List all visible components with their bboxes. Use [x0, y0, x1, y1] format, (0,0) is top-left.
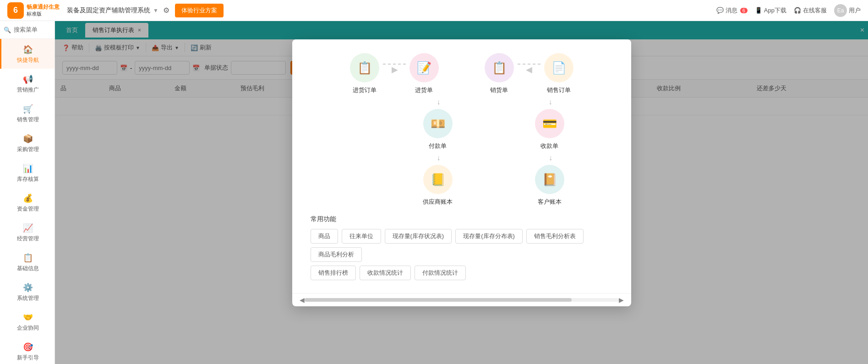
purchase-icon: 📦 [23, 134, 33, 144]
sidebar-item-marketing[interactable]: 📢 营销推广 [0, 69, 55, 98]
logo-icon: 6 [7, 2, 24, 19]
scroll-right-icon[interactable]: ▶ [619, 296, 624, 304]
search-icon: 🔍 [4, 27, 11, 33]
beginner-icon: 🎯 [23, 342, 33, 352]
sales-bill-icon: 📋 [485, 53, 514, 82]
settings-icon[interactable]: ⚙ [163, 6, 169, 15]
user-item[interactable]: Ea 用户 [834, 4, 861, 17]
finance-icon: 💰 [23, 193, 33, 203]
payment-label: 付款单 [429, 142, 447, 150]
enterprise-icon: 🤝 [23, 312, 33, 322]
sidebar-label: 经营管理 [17, 235, 39, 243]
dropdown-arrow-icon[interactable]: ▼ [153, 7, 158, 14]
payment-icon: 💴 [423, 109, 453, 138]
sidebar-label: 新手引导 [17, 354, 39, 362]
sidebar-item-beginner[interactable]: 🎯 新手引导 [0, 337, 55, 364]
sidebar-item-sales[interactable]: 🛒 销售管理 [0, 98, 55, 128]
purchase-bill-icon: 📝 [409, 53, 439, 82]
modal-scrollbar: ◀ ▶ [292, 293, 631, 306]
btn-stock-dist[interactable]: 现存量(库存分布表) [455, 229, 523, 244]
flow-node-receipt[interactable]: 💳 收款单 [535, 109, 564, 150]
sidebar-label: 采购管理 [17, 146, 39, 153]
purchase-order-label: 进货订单 [353, 86, 377, 94]
btn-sales-margin[interactable]: 销售毛利分析表 [526, 229, 584, 244]
sidebar-item-inventory[interactable]: 📊 库存核算 [0, 158, 55, 188]
customer-ledger-label: 客户账本 [538, 198, 562, 206]
top-bar-right: 💬 消息 6 📱 App下载 🎧 在线客服 Ea 用户 [716, 4, 861, 17]
flow-node-customer-ledger[interactable]: 📔 客户账本 [535, 165, 564, 206]
avatar: Ea [834, 4, 847, 17]
sidebar-label: 资金管理 [17, 205, 39, 213]
modal-content: 📋 进货订单 ▶ 📝 进货单 [292, 39, 631, 293]
sidebar-item-quick-nav[interactable]: 🏠 快捷导航 [0, 39, 55, 69]
sidebar-label: 营销推广 [17, 86, 39, 94]
main-area: 🔍 搜索菜单 🏠 快捷导航 📢 营销推广 🛒 销售管理 📦 采购管理 📊 [0, 21, 868, 364]
marketing-icon: 📢 [23, 74, 33, 84]
message-item[interactable]: 💬 消息 6 [716, 6, 748, 15]
app-download-item[interactable]: 📱 App下载 [755, 6, 786, 15]
modal-overlay[interactable]: 📋 进货订单 ▶ 📝 进货单 [55, 21, 868, 364]
common-functions-section: 常用功能 商品 往来单位 现存量(库存状况表) 现存量(库存分布表) 销售毛利分… [311, 215, 613, 280]
content-area: 首页 销售订单执行表 × × ❓ 帮助 🖨️ 按模板打印 ▼ [55, 21, 868, 364]
sales-order-icon: 📄 [544, 53, 573, 82]
purchase-bill-label: 进货单 [415, 86, 433, 94]
btn-goods-margin[interactable]: 商品毛利分析 [311, 247, 362, 262]
sidebar-item-operations[interactable]: 📈 经营管理 [0, 217, 55, 247]
supplier-ledger-icon: 📒 [423, 165, 453, 194]
inventory-icon: 📊 [23, 163, 33, 174]
flow-node-supplier-ledger[interactable]: 📒 供应商账本 [423, 165, 453, 206]
sales-bill-label: 销货单 [490, 86, 508, 94]
receipt-label: 收款单 [540, 142, 558, 150]
supplier-ledger-label: 供应商账本 [423, 198, 453, 206]
scroll-track[interactable] [305, 298, 619, 302]
sidebar-item-basic-info[interactable]: 📋 基础信息 [0, 247, 55, 277]
btn-stock-status[interactable]: 现存量(库存状况表) [385, 229, 452, 244]
brand-text: 畅康通好生意 标准版 [27, 4, 60, 17]
online-service-item[interactable]: 🎧 在线客服 [794, 6, 827, 15]
message-icon: 💬 [716, 7, 724, 14]
btn-goods[interactable]: 商品 [311, 229, 338, 244]
sales-order-label: 销售订单 [547, 86, 571, 94]
common-btns-row2: 销售排行榜 收款情况统计 付款情况统计 [311, 266, 613, 280]
top-bar: 6 畅康通好生意 标准版 装备及固定资产辅助管理系统 ▼ ⚙ 体验行业方案 💬 … [0, 0, 868, 21]
logo-area: 6 畅康通好生意 标准版 [7, 2, 62, 19]
flow-node-sales-bill[interactable]: 📋 销货单 [485, 53, 514, 94]
btn-receipt-stats[interactable]: 收款情况统计 [360, 266, 411, 280]
flow-node-purchase-order[interactable]: 📋 进货订单 [350, 53, 379, 94]
headset-icon: 🎧 [794, 7, 801, 14]
trial-button[interactable]: 体验行业方案 [175, 4, 224, 17]
flow-node-payment[interactable]: 💴 付款单 [423, 109, 453, 150]
scroll-thumb [305, 298, 572, 302]
common-btns-row1: 商品 往来单位 现存量(库存状况表) 现存量(库存分布表) 销售毛利分析表 商品… [311, 229, 613, 262]
btn-sales-rank[interactable]: 销售排行榜 [311, 266, 356, 280]
purchase-order-icon: 📋 [350, 53, 379, 82]
quick-nav-modal: 📋 进货订单 ▶ 📝 进货单 [292, 39, 631, 306]
sidebar-label: 系统管理 [17, 294, 39, 302]
operations-icon: 📈 [23, 223, 33, 233]
search-menu[interactable]: 🔍 搜索菜单 [0, 21, 55, 39]
sidebar-label: 销售管理 [17, 116, 39, 124]
sidebar-item-finance[interactable]: 💰 资金管理 [0, 188, 55, 217]
message-badge: 6 [740, 8, 748, 13]
customer-ledger-icon: 📔 [535, 165, 564, 194]
receipt-icon: 💳 [535, 109, 564, 138]
phone-icon: 📱 [755, 7, 762, 14]
sidebar-label: 快捷导航 [17, 56, 39, 64]
home-icon: 🏠 [23, 44, 33, 54]
sidebar-label: 库存核算 [17, 175, 39, 183]
system-title: 装备及固定资产辅助管理系统 ▼ [67, 6, 158, 15]
basic-info-icon: 📋 [23, 253, 33, 263]
sidebar-item-enterprise[interactable]: 🤝 企业协同 [0, 307, 55, 337]
btn-partners[interactable]: 往来单位 [342, 229, 381, 244]
flow-node-sales-order[interactable]: 📄 销售订单 [544, 53, 573, 94]
flow-node-purchase-bill[interactable]: 📝 进货单 [409, 53, 439, 94]
sales-icon: 🛒 [23, 104, 33, 114]
sidebar-label: 基础信息 [17, 265, 39, 272]
sidebar-item-system[interactable]: ⚙️ 系统管理 [0, 277, 55, 307]
scroll-left-icon[interactable]: ◀ [300, 296, 305, 304]
sidebar-item-purchase[interactable]: 📦 采购管理 [0, 128, 55, 158]
btn-payment-stats[interactable]: 付款情况统计 [415, 266, 466, 280]
sidebar-label: 企业协同 [17, 324, 39, 332]
common-functions-title: 常用功能 [311, 215, 613, 223]
sidebar: 🔍 搜索菜单 🏠 快捷导航 📢 营销推广 🛒 销售管理 📦 采购管理 📊 [0, 21, 55, 364]
